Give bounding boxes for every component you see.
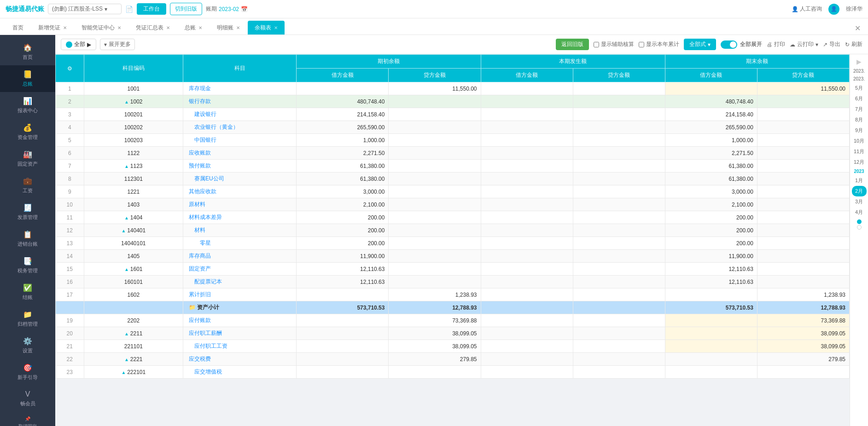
sidebar-unpin[interactable]: 📌 取消固定 bbox=[0, 412, 55, 426]
row-name[interactable]: 应交增值税 bbox=[183, 366, 297, 379]
row-name[interactable]: 固定资产 bbox=[183, 263, 297, 276]
tab-new-voucher-close[interactable]: ✕ bbox=[63, 25, 67, 30]
row-name[interactable]: 应付职工薪酬 bbox=[183, 327, 297, 340]
amount-cell bbox=[757, 263, 849, 276]
row-code: 221101 bbox=[84, 340, 183, 353]
tab-balance[interactable]: 余额表 ✕ bbox=[248, 21, 285, 35]
row-name[interactable]: 建设银行 bbox=[183, 108, 297, 121]
month-may[interactable]: 5月 bbox=[852, 83, 867, 93]
th-cur-credit: 贷方金额 bbox=[573, 69, 665, 82]
service-link[interactable]: 👤 人工咨询 bbox=[792, 5, 822, 13]
amount-cell: 200.00 bbox=[297, 237, 389, 250]
archive-icon: 📁 bbox=[23, 310, 32, 319]
user-avatar[interactable]: 👤 bbox=[828, 4, 839, 15]
amount-cell bbox=[481, 224, 573, 237]
month-oct[interactable]: 10月 bbox=[852, 136, 867, 146]
row-name[interactable]: 应付账款 bbox=[183, 314, 297, 327]
row-name[interactable]: 原材料 bbox=[183, 198, 297, 211]
print-action[interactable]: 🖨 打印 bbox=[767, 40, 785, 48]
row-name[interactable]: 中国银行 bbox=[183, 134, 297, 147]
settings-cog-icon[interactable]: ⚙ bbox=[67, 65, 72, 72]
row-name[interactable]: 累计折旧 bbox=[183, 288, 297, 301]
amount-cell bbox=[481, 147, 573, 160]
tab-detail-close[interactable]: ✕ bbox=[236, 25, 240, 30]
sidebar-item-home[interactable]: 🏠 首页 bbox=[0, 39, 55, 65]
toggle-on-indicator[interactable] bbox=[721, 40, 737, 49]
month-jul[interactable]: 7月 bbox=[852, 104, 867, 115]
row-name[interactable]: 应付职工工资 bbox=[183, 340, 297, 353]
month-sep[interactable]: 9月 bbox=[852, 125, 867, 136]
row-name[interactable]: 其他应收款 bbox=[183, 185, 297, 198]
amount-cell bbox=[757, 147, 849, 160]
full-mode-button[interactable]: 全部式 ▾ bbox=[684, 39, 716, 50]
month-apr[interactable]: 4月 bbox=[852, 207, 867, 218]
cloud-print-action[interactable]: ☁ 云打印 ▾ bbox=[790, 40, 818, 48]
row-name[interactable]: 材料成本差异 bbox=[183, 211, 297, 224]
sidebar-item-reports[interactable]: 📊 报表中心 bbox=[0, 92, 55, 119]
return-old-version-button[interactable]: 返回旧版 bbox=[556, 39, 589, 50]
sidebar-item-ledger[interactable]: 📒 总账 bbox=[0, 65, 55, 92]
amount-cell bbox=[573, 147, 665, 160]
toggle-expand-all[interactable]: 全部展开 bbox=[721, 40, 762, 49]
check-ytd[interactable]: 显示本年累计 bbox=[639, 40, 679, 48]
row-name[interactable]: 应收账款 bbox=[183, 147, 297, 160]
sidebar-item-sales[interactable]: 📋 进销台账 bbox=[0, 225, 55, 252]
export-action[interactable]: ↗ 导出 bbox=[823, 40, 840, 48]
sidebar-item-invoice[interactable]: 🧾 发票管理 bbox=[0, 199, 55, 225]
sidebar-item-funds[interactable]: 💰 资金管理 bbox=[0, 119, 55, 145]
tab-ledger[interactable]: 总账 ✕ bbox=[178, 21, 209, 35]
th-end-credit: 贷方金额 bbox=[757, 69, 849, 82]
tab-balance-close[interactable]: ✕ bbox=[274, 25, 278, 30]
amount-cell bbox=[573, 288, 665, 301]
close-all-icon[interactable]: ✕ bbox=[853, 22, 862, 35]
expand-collapse-arrow[interactable]: ▶ bbox=[855, 56, 863, 67]
sidebar-item-salary[interactable]: 💼 工资 bbox=[0, 172, 55, 199]
sidebar-item-tax[interactable]: 📑 税务管理 bbox=[0, 252, 55, 279]
auxiliary-checkbox[interactable] bbox=[594, 42, 599, 47]
tab-smart-voucher-close[interactable]: ✕ bbox=[117, 25, 121, 30]
amount-cell bbox=[389, 211, 481, 224]
sidebar-item-settings[interactable]: ⚙️ 设置 bbox=[0, 332, 55, 359]
sidebar-item-guide[interactable]: 🎯 新手引导 bbox=[0, 359, 55, 386]
filter-all[interactable]: 全部 ▶ bbox=[61, 39, 96, 50]
row-name[interactable]: 银行存款 bbox=[183, 95, 297, 108]
month-nov[interactable]: 11月 bbox=[852, 146, 867, 157]
switch-version-button[interactable]: 切到旧版 bbox=[170, 3, 202, 15]
tab-home[interactable]: 首页 bbox=[6, 21, 30, 35]
month-feb[interactable]: 2月 bbox=[852, 186, 867, 196]
calendar-icon[interactable]: 📅 bbox=[241, 6, 248, 12]
tab-detail[interactable]: 明细账 ✕ bbox=[210, 21, 247, 35]
tab-new-voucher[interactable]: 新增凭证 ✕ bbox=[31, 21, 74, 35]
sidebar-item-close[interactable]: ✅ 结账 bbox=[0, 279, 55, 305]
row-name[interactable]: 预付账款 bbox=[183, 160, 297, 173]
month-jan[interactable]: 1月 bbox=[852, 175, 867, 186]
refresh-action[interactable]: ↻ 刷新 bbox=[845, 40, 862, 48]
month-aug[interactable]: 8月 bbox=[852, 115, 867, 125]
company-selector[interactable]: (勿删) 江西股圣-LSS ▾ bbox=[48, 4, 122, 14]
tab-smart-voucher[interactable]: 智能凭证中心 ✕ bbox=[75, 21, 128, 35]
check-auxiliary[interactable]: 显示辅助核算 bbox=[594, 40, 634, 48]
tab-ledger-close[interactable]: ✕ bbox=[198, 25, 202, 30]
month-jun[interactable]: 6月 bbox=[852, 93, 867, 104]
ytd-checkbox[interactable] bbox=[639, 42, 644, 47]
row-name[interactable]: 赛属EU公司 bbox=[183, 173, 297, 185]
row-name[interactable]: 零星 bbox=[183, 237, 297, 250]
row-name[interactable]: 材料 bbox=[183, 224, 297, 237]
sidebar-item-assets[interactable]: 🏭 固定资产 bbox=[0, 145, 55, 172]
month-dec[interactable]: 12月 bbox=[852, 157, 867, 167]
row-name[interactable]: 农业银行（黄金） bbox=[183, 121, 297, 134]
row-name[interactable]: 配提票记本 bbox=[183, 276, 297, 288]
sidebar-item-archive[interactable]: 📁 归档管理 bbox=[0, 305, 55, 332]
workspace-button[interactable]: 工作台 bbox=[137, 3, 166, 15]
sidebar-item-member[interactable]: V 畅会员 bbox=[0, 386, 55, 412]
row-name[interactable]: 库存现金 bbox=[183, 82, 297, 95]
row-name[interactable]: 库存商品 bbox=[183, 250, 297, 263]
row-name: 📁 资产小计 bbox=[183, 301, 297, 314]
sidebar-label-archive: 归档管理 bbox=[17, 321, 38, 328]
th-settings[interactable]: ⚙ bbox=[56, 55, 84, 82]
tab-voucher-summary[interactable]: 凭证汇总表 ✕ bbox=[129, 21, 177, 35]
row-name[interactable]: 应交税费 bbox=[183, 353, 297, 366]
tab-voucher-summary-close[interactable]: ✕ bbox=[166, 25, 170, 30]
filter-expand[interactable]: ▾ 展开更多 bbox=[100, 39, 135, 50]
month-mar[interactable]: 3月 bbox=[852, 196, 867, 207]
